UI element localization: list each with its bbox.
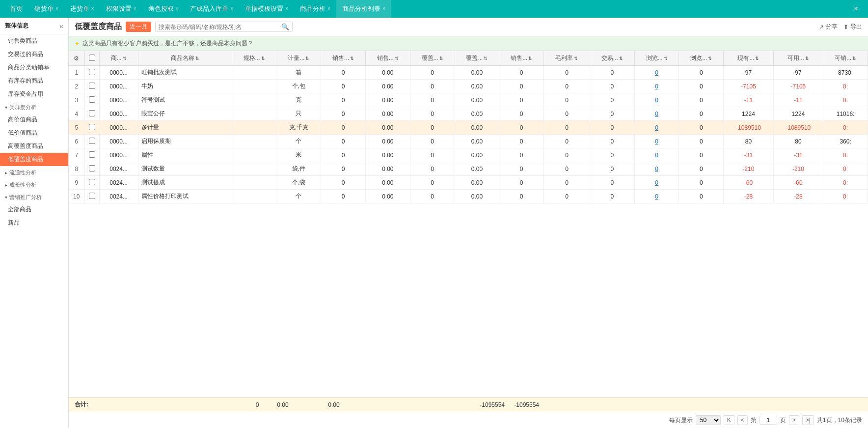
nav-analysis-list[interactable]: 商品分析列表 × xyxy=(336,0,391,18)
col-browse1[interactable]: 浏览...⇅ xyxy=(634,51,679,66)
info-bar: ✦ 这类商品只有很少客户购买过，是推广不够，还是商品本身问题？ xyxy=(69,36,868,51)
window-close-button[interactable]: × xyxy=(848,4,864,13)
row-checkbox[interactable] xyxy=(84,190,99,203)
sidebar-section-marketing[interactable]: ▾ 营销推广分析 xyxy=(0,191,68,203)
row-checkbox[interactable] xyxy=(84,176,99,190)
last-page-button[interactable]: >| xyxy=(802,415,814,425)
col-unit[interactable]: 计量...⇅ xyxy=(276,51,321,66)
row-browse1[interactable]: 0 xyxy=(634,190,679,203)
row-browse1[interactable]: 0 xyxy=(634,148,679,162)
sidebar-section-profit[interactable]: ▸ 流通性分析 xyxy=(0,166,68,178)
export-button[interactable]: ⬆ 导出 xyxy=(843,23,862,31)
row-checkbox[interactable] xyxy=(84,107,99,121)
col-sales-count[interactable]: 销售...⇅ xyxy=(499,51,544,66)
row-checkbox[interactable] xyxy=(84,66,99,80)
sidebar-item-low-value[interactable]: 低价值商品 xyxy=(0,126,68,140)
col-code[interactable]: 商...⇅ xyxy=(99,51,138,66)
row-checkbox[interactable] xyxy=(84,162,99,176)
sidebar-item-traded-products[interactable]: 交易过的商品 xyxy=(0,48,68,61)
row-spec xyxy=(232,121,276,135)
nav-analysis[interactable]: 商品分析 × xyxy=(294,0,336,18)
col-cov1[interactable]: 覆盖...⇅ xyxy=(410,51,455,66)
sidebar-section-growth[interactable]: ▸ 成长性分析 xyxy=(0,178,68,191)
sidebar-item-stock-capital[interactable]: 库存资金占用 xyxy=(0,87,68,101)
col-name[interactable]: 商品名称⇅ xyxy=(138,51,232,66)
close-roles-icon[interactable]: × xyxy=(176,0,179,18)
col-sales-qty[interactable]: 销售...⇅ xyxy=(321,51,366,66)
first-page-button[interactable]: K xyxy=(724,415,734,425)
nav-permissions[interactable]: 权限设置 × xyxy=(100,0,142,18)
row-cov1: 0 xyxy=(410,135,455,148)
row-gross-margin: 0 xyxy=(544,176,590,190)
time-filter-button[interactable]: 近一月 xyxy=(126,22,151,32)
row-browse1[interactable]: 0 xyxy=(634,93,679,107)
col-settings[interactable]: ⚙ xyxy=(69,51,84,66)
col-spec[interactable]: 规格...⇅ xyxy=(232,51,276,66)
col-checkbox[interactable] xyxy=(84,51,99,66)
search-input[interactable] xyxy=(159,24,279,30)
sidebar-item-new-products[interactable]: 新品 xyxy=(0,216,68,229)
row-browse1[interactable]: 0 xyxy=(634,107,679,121)
row-browse1[interactable]: 0 xyxy=(634,135,679,148)
sidebar-item-sales-products[interactable]: 销售类商品 xyxy=(0,34,68,48)
sidebar-item-high-value[interactable]: 高价值商品 xyxy=(0,113,68,126)
sidebar-item-sales-growth[interactable]: 商品分类动销率 xyxy=(0,61,68,74)
search-icon[interactable]: 🔍 xyxy=(281,23,289,30)
table-container[interactable]: ⚙ 商...⇅ 商品名称⇅ 规格...⇅ 计量...⇅ 销售...⇅ 销售...… xyxy=(69,51,868,397)
nav-products-entry[interactable]: 产成品入库单 × xyxy=(184,0,239,18)
close-permissions-icon[interactable]: × xyxy=(134,0,136,18)
page-number-input[interactable] xyxy=(760,416,777,425)
row-browse1[interactable]: 0 xyxy=(634,80,679,93)
col-current-stock[interactable]: 现有...⇅ xyxy=(724,51,773,66)
sidebar-section-coverage[interactable]: ▾ 类群度分析 xyxy=(0,101,68,113)
col-cov2[interactable]: 覆盖...⇅ xyxy=(455,51,499,66)
chevron-down-icon: ▾ xyxy=(5,105,7,110)
sidebar-item-high-coverage[interactable]: 高覆盖度商品 xyxy=(0,140,68,153)
row-num: 9 xyxy=(69,176,84,190)
row-sellable: 0: xyxy=(823,148,868,162)
col-sellable[interactable]: 可销...⇅ xyxy=(823,51,868,66)
close-purchase-icon[interactable]: × xyxy=(91,0,94,18)
close-products-entry-icon[interactable]: × xyxy=(230,0,233,18)
row-checkbox[interactable] xyxy=(84,80,99,93)
nav-home[interactable]: 首页 xyxy=(4,0,28,18)
row-browse1[interactable]: 0 xyxy=(634,162,679,176)
row-checkbox[interactable] xyxy=(84,121,99,135)
row-browse1[interactable]: 0 xyxy=(634,66,679,80)
sidebar-collapse-button[interactable]: « xyxy=(59,22,63,30)
nav-purchase[interactable]: 进货单 × xyxy=(64,0,100,18)
row-browse1[interactable]: 0 xyxy=(634,176,679,190)
sidebar-item-all-products[interactable]: 全部商品 xyxy=(0,203,68,216)
nav-sales[interactable]: 销货单 × xyxy=(28,0,64,18)
row-browse1[interactable]: 0 xyxy=(634,121,679,135)
sidebar-item-in-stock[interactable]: 有库存的商品 xyxy=(0,74,68,87)
row-sales-amt: 0.00 xyxy=(365,148,410,162)
row-sales-qty: 0 xyxy=(321,190,366,203)
col-sales-amt[interactable]: 销售...⇅ xyxy=(365,51,410,66)
row-cov2: 0.00 xyxy=(455,66,499,80)
row-cov1: 0 xyxy=(410,66,455,80)
col-browse2[interactable]: 浏览...⇅ xyxy=(679,51,724,66)
prev-page-button[interactable]: < xyxy=(737,415,748,425)
select-all-checkbox[interactable] xyxy=(89,55,95,61)
close-analysis-icon[interactable]: × xyxy=(327,0,330,18)
row-gross-margin: 0 xyxy=(544,80,590,93)
close-analysis-list-icon[interactable]: × xyxy=(382,0,385,18)
row-sales-qty: 0 xyxy=(321,135,366,148)
row-checkbox[interactable] xyxy=(84,135,99,148)
next-page-button[interactable]: > xyxy=(789,415,799,425)
col-available[interactable]: 可用...⇅ xyxy=(773,51,823,66)
sidebar-item-low-coverage[interactable]: 低覆盖度商品 xyxy=(0,153,68,166)
col-transaction[interactable]: 交易...⇅ xyxy=(590,51,634,66)
nav-roles[interactable]: 角色授权 × xyxy=(142,0,185,18)
close-templates-icon[interactable]: × xyxy=(285,0,288,18)
col-gross-margin[interactable]: 毛利率⇅ xyxy=(544,51,590,66)
nav-templates[interactable]: 单据模板设置 × xyxy=(239,0,294,18)
share-button[interactable]: ↗ 分享 xyxy=(819,23,838,31)
settings-icon[interactable]: ⚙ xyxy=(74,55,79,62)
row-checkbox[interactable] xyxy=(84,93,99,107)
page-size-select[interactable]: 50 20 100 xyxy=(696,415,721,425)
close-sales-icon[interactable]: × xyxy=(55,0,58,18)
row-checkbox[interactable] xyxy=(84,148,99,162)
total-sales-amt: 0.00 xyxy=(270,401,296,408)
